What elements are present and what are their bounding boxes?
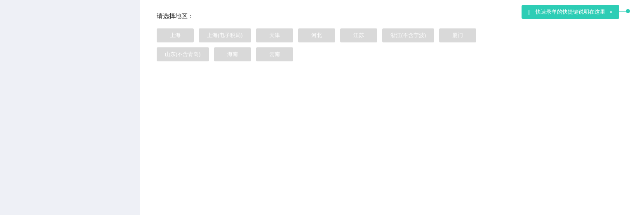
notice-dot xyxy=(626,9,630,13)
left-sidebar xyxy=(0,0,140,215)
notice-bar: 快速录单的快捷键说明在这里 × xyxy=(522,5,619,19)
notice-close-button[interactable]: × xyxy=(609,9,613,15)
region-btn-yunnan[interactable]: 云南 xyxy=(256,47,293,61)
region-btn-shanghai-etax[interactable]: 上海(电子税局) xyxy=(199,28,251,42)
region-buttons-container: 上海 上海(电子税局) 天津 河北 江苏 浙江(不含宁波) 厦门 xyxy=(157,28,628,42)
notice-text: 快速录单的快捷键说明在这里 xyxy=(536,8,605,16)
main-content: 请选择地区： 上海 上海(电子税局) 天津 河北 江苏 浙江(不含宁波) 厦门 … xyxy=(140,0,644,215)
region-btn-zhejiang[interactable]: 浙江(不含宁波) xyxy=(382,28,435,42)
region-btn-hebei[interactable]: 河北 xyxy=(298,28,335,42)
region-btn-jiangsu[interactable]: 江苏 xyxy=(340,28,377,42)
region-btn-shandong[interactable]: 山东(不含青岛) xyxy=(157,47,209,61)
region-btn-xiamen[interactable]: 厦门 xyxy=(439,28,476,42)
region-buttons-row2: 山东(不含青岛) 海南 云南 xyxy=(157,47,628,61)
region-btn-hainan[interactable]: 海南 xyxy=(214,47,251,61)
region-btn-tianjin[interactable]: 天津 xyxy=(256,28,293,42)
region-btn-shanghai[interactable]: 上海 xyxy=(157,28,194,42)
